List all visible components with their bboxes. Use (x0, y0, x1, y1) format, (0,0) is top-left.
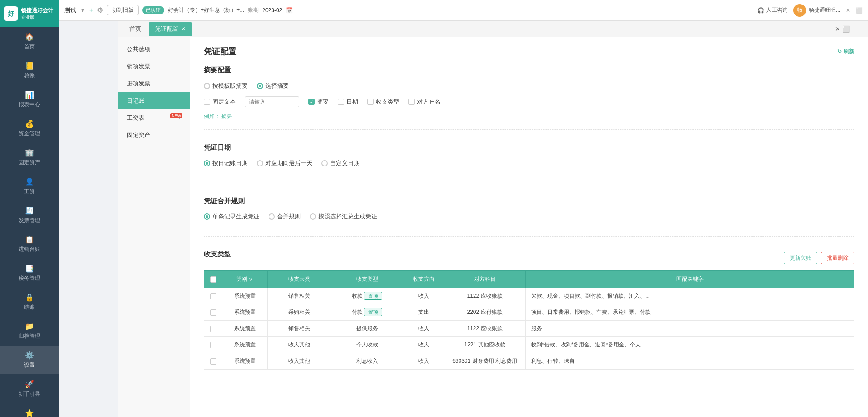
checkbox-pay-type-box[interactable] (367, 99, 374, 105)
sidebar-item-assets[interactable]: 🏢 固定资产 (0, 143, 59, 172)
config-nav-purchase-invoice[interactable]: 进项发票 (118, 75, 190, 92)
checkbox-row-3[interactable] (210, 342, 216, 348)
checkbox-summary[interactable]: ✓ 摘要 (308, 98, 329, 106)
topbar: 测试 ▼ + ⚙ 切到旧版 已认证 好会计（专）+好生意（标）+... 账期 2… (59, 0, 868, 21)
row-checkbox-3[interactable] (204, 337, 222, 353)
checkbox-pay-type[interactable]: 收支类型 (367, 98, 399, 106)
sidebar-item-guide[interactable]: 🚀 新手引导 (0, 374, 59, 403)
checkbox-row-1[interactable] (210, 309, 216, 316)
checkbox-date[interactable]: 日期 (338, 98, 358, 106)
row-checkbox-0[interactable] (204, 288, 222, 304)
example-value: 摘要 (221, 113, 232, 119)
switch-version-button[interactable]: 切到旧版 (107, 5, 139, 15)
company-name: 测试 (64, 6, 76, 14)
row-checkbox-4[interactable] (204, 353, 222, 370)
user-name: 畅捷通旺旺... (809, 6, 840, 14)
radio-btn-journal-date[interactable] (204, 160, 210, 166)
radio-btn-period-last[interactable] (257, 160, 263, 166)
logo-icon: 好 (4, 6, 18, 21)
checkbox-row-2[interactable] (210, 326, 216, 332)
sidebar-item-salary[interactable]: 👤 工资 (0, 172, 59, 201)
close-tab-button[interactable]: ✕ (835, 25, 840, 33)
th-type[interactable]: 类别 ∨ (222, 271, 268, 288)
th-checkbox[interactable] (204, 271, 222, 288)
row-checkbox-1[interactable] (204, 304, 222, 321)
checkbox-summary-box[interactable]: ✓ (308, 99, 315, 105)
add-button[interactable]: + (89, 6, 93, 14)
radio-btn-merge[interactable] (269, 213, 275, 220)
home-icon: 🏠 (25, 33, 34, 41)
th-subtype: 收支类型 (331, 271, 403, 288)
row-direction-3: 收入 (403, 337, 444, 353)
config-nav-payroll[interactable]: 工资表NEW› (118, 109, 190, 127)
th-keywords: 匹配关键字 (526, 271, 854, 288)
config-nav-public[interactable]: 公共选项 (118, 41, 190, 58)
checkbox-fixed-text[interactable]: 固定文本 (204, 98, 236, 106)
config-nav-journal[interactable]: 日记账 (118, 92, 190, 109)
help-button[interactable]: 🎧 人工咨询 (758, 6, 788, 14)
row-category-2: 销售相关 (268, 321, 331, 337)
checkbox-counterpart-box[interactable] (408, 99, 415, 105)
config-nav-sales-invoice[interactable]: 销项发票 (118, 58, 190, 75)
row-subtype-1: 付款 置顶 (331, 304, 403, 321)
radio-btn-single[interactable] (204, 213, 210, 220)
sidebar-item-settings[interactable]: ⚙️ 设置 (0, 346, 59, 374)
radio-template-summary[interactable]: 按模板版摘要 (204, 82, 248, 90)
sidebar-item-close[interactable]: 🔒 结账 (0, 288, 59, 317)
row-account-0: 1122 应收账款 (444, 288, 526, 304)
update-button[interactable]: 更新欠账 (784, 252, 817, 264)
sidebar-label-salary: 工资 (24, 188, 35, 195)
user-menu[interactable]: 畅 畅捷通旺旺... (793, 4, 840, 17)
radio-single-record[interactable]: 单条记录生成凭证 (204, 213, 259, 221)
batch-delete-button[interactable]: 批量删除 (821, 252, 854, 264)
fixed-text-input[interactable] (245, 96, 299, 107)
radio-template-label: 按模板版摘要 (212, 82, 248, 90)
tab-voucher-config[interactable]: 凭证配置 ✕ (149, 22, 192, 36)
company-dropdown-icon[interactable]: ▼ (80, 7, 86, 14)
user-avatar: 畅 (793, 4, 806, 17)
radio-period-last[interactable]: 对应期间最后一天 (257, 159, 312, 167)
radio-summary-gen[interactable]: 按照选择汇总生成凭证 (310, 213, 377, 221)
sidebar-item-tax[interactable]: 📑 税务管理 (0, 259, 59, 288)
row-checkbox-2[interactable] (204, 321, 222, 337)
sidebar-item-member[interactable]: ⭐ 畅会员 (0, 403, 59, 417)
radio-select-summary[interactable]: 选择摘要 (257, 82, 289, 90)
config-nav-fixed-assets[interactable]: 固定资产 (118, 127, 190, 144)
tag-button-1[interactable]: 置顶 (364, 308, 382, 316)
row-keywords-2: 服务 (526, 321, 854, 337)
radio-journal-date[interactable]: 按日记账日期 (204, 159, 248, 167)
radio-merge-rule[interactable]: 合并规则 (269, 213, 301, 221)
sidebar-item-home[interactable]: 🏠 首页 (0, 27, 59, 56)
radio-btn-select[interactable] (257, 83, 263, 89)
radio-btn-template[interactable] (204, 83, 210, 89)
tab-home[interactable]: 首页 (123, 22, 148, 36)
select-all-checkbox[interactable] (210, 276, 216, 283)
radio-btn-custom-date[interactable] (321, 160, 328, 166)
refresh-button[interactable]: ↻ 刷新 (837, 48, 854, 56)
sidebar-item-invoice-mgr[interactable]: 🧾 发票管理 (0, 201, 59, 230)
checkbox-row-0[interactable] (210, 293, 216, 299)
sidebar-item-reports[interactable]: 📊 报表中心 (0, 85, 59, 114)
checkbox-counterpart[interactable]: 对方户名 (408, 98, 441, 106)
tag-button-0[interactable]: 置顶 (364, 292, 382, 300)
sidebar-label-purchase-sale: 进销台账 (19, 246, 40, 253)
checkbox-date-box[interactable] (338, 99, 344, 105)
tab-close-icon[interactable]: ✕ (181, 26, 186, 32)
radio-custom-date[interactable]: 自定义日期 (321, 159, 360, 167)
sidebar-item-funds[interactable]: 💰 资金管理 (0, 114, 59, 143)
maximize-window-icon[interactable]: ⬜ (856, 7, 863, 14)
settings-icon[interactable]: ⚙ (97, 6, 103, 14)
radio-btn-summary-gen[interactable] (310, 213, 316, 220)
sidebar-item-ledger[interactable]: 📒 总账 (0, 56, 59, 85)
checkbox-fixed-text-box[interactable] (204, 99, 210, 105)
sidebar-item-purchase-sale[interactable]: 📋 进销台账 (0, 230, 59, 259)
sidebar-item-archive[interactable]: 📁 归档管理 (0, 317, 59, 346)
sidebar-label-assets: 固定资产 (19, 159, 40, 166)
sidebar-label-funds: 资金管理 (19, 130, 40, 137)
ledger-icon: 📒 (25, 62, 34, 70)
close-window-icon[interactable]: ✕ (846, 7, 850, 14)
calendar-icon[interactable]: 📅 (286, 7, 293, 14)
checkbox-date-label: 日期 (346, 98, 358, 106)
restore-tab-button[interactable]: ⬜ (842, 25, 850, 33)
checkbox-row-4[interactable] (210, 358, 216, 365)
